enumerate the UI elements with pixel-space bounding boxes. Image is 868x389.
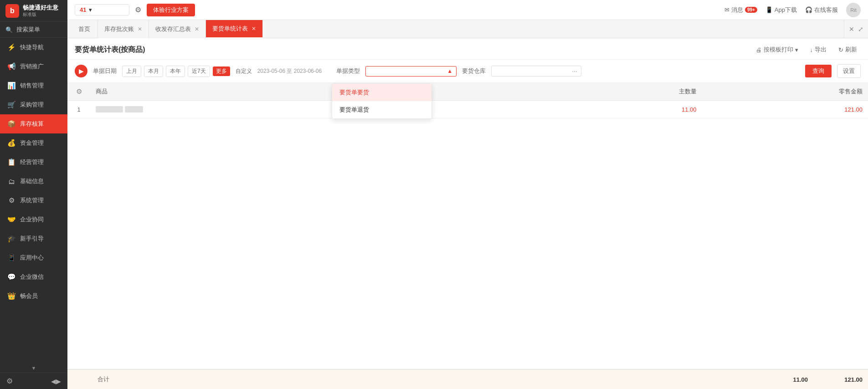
dropdown-item-1[interactable]: 要货单退货 — [332, 101, 431, 118]
enterprise-icon: 🤝 — [6, 215, 16, 225]
topbar-right: ✉ 消息 99+ 📱 App下载 🎧 在线客服 Rit — [724, 3, 861, 17]
guide-icon: 🎓 — [6, 234, 16, 244]
type-dropdown: 要货单要货 要货单退货 — [332, 83, 432, 119]
phone-icon: 📱 — [765, 6, 773, 13]
tab-close-all-icon[interactable]: ✕ — [849, 26, 854, 33]
sidebar-item-quick-nav[interactable]: ⚡ 快捷导航 — [0, 38, 67, 57]
print-button[interactable]: 🖨 按模板打印 ▾ — [752, 44, 802, 56]
footer-row: 合计 11.00 121.00 — [67, 370, 868, 389]
dropdown-item-0[interactable]: 要货单要货 — [332, 84, 431, 101]
operation-icon: 📋 — [6, 157, 16, 167]
filter-expand-button[interactable]: ▶ — [75, 65, 87, 77]
sidebar-item-enterprise[interactable]: 🤝 企业协同 — [0, 210, 67, 229]
tab-order-stats[interactable]: 要货单统计表 ✕ — [206, 20, 263, 38]
export-button[interactable]: ↓ 导出 — [806, 44, 831, 56]
query-button[interactable]: 查询 — [805, 65, 832, 77]
sidebar-nav: ⚡ 快捷导航 📢 营销推广 📊 销售管理 🛒 采购管理 📦 库存核算 💰 资金管… — [0, 38, 67, 363]
sidebar: b 畅捷通好生意 标准版 🔍 搜索菜单 ⚡ 快捷导航 📢 营销推广 📊 销售管理… — [0, 0, 67, 389]
quick-nav-icon: ⚡ — [6, 42, 16, 52]
this-month-btn[interactable]: 本月 — [144, 66, 163, 77]
sidebar-item-inventory[interactable]: 📦 库存核算 — [0, 114, 67, 133]
app-logo-icon: b — [5, 4, 19, 18]
sidebar-item-system[interactable]: ⚙ 系统管理 — [0, 191, 67, 210]
system-icon: ⚙ — [6, 195, 16, 205]
topbar: 41 ▾ ⚙ 体验行业方案 ✉ 消息 99+ 📱 App下载 🎧 在线客服 Ri… — [67, 0, 868, 20]
sidebar-bottom: ⚙ ◀▶ — [0, 373, 67, 389]
sales-icon: 📊 — [6, 81, 16, 91]
filter-bar: ▶ 单据日期 上月 本月 本年 近7天 更多 自定义 2023-05-06 至 … — [67, 60, 868, 83]
more-date-badge[interactable]: 更多 — [213, 67, 230, 76]
sidebar-item-sales[interactable]: 📊 销售管理 — [0, 76, 67, 95]
date-filter-label: 单据日期 — [93, 67, 117, 75]
warehouse-ellipsis-icon[interactable]: ··· — [572, 67, 577, 75]
warehouse-filter-field[interactable] — [495, 68, 572, 75]
messages-item[interactable]: ✉ 消息 99+ — [724, 6, 757, 14]
print-chevron-icon: ▾ — [795, 46, 798, 53]
type-filter-label: 单据类型 — [336, 67, 360, 75]
trial-button[interactable]: 体验行业方案 — [147, 4, 195, 16]
sidebar-item-finance[interactable]: 💰 资金管理 — [0, 133, 67, 153]
topbar-left: 41 ▾ ⚙ 体验行业方案 — [75, 4, 195, 16]
table-wrapper: ⚙ 商品 主计量单位 主数量 零售金额 1 — [67, 83, 868, 369]
user-avatar[interactable]: Rit — [846, 3, 861, 17]
sidebar-item-wechat[interactable]: 💬 企业微信 — [0, 267, 67, 287]
tab-expand-icon[interactable]: ⤢ — [858, 26, 863, 33]
sidebar-scroll-down[interactable]: ▼ — [0, 363, 67, 373]
cell-product — [90, 101, 370, 118]
tab-inventory-batch[interactable]: 库存批次账 ✕ — [98, 20, 149, 38]
cell-qty: 11.00 — [565, 101, 702, 118]
cell-amount: 121.00 — [702, 101, 868, 118]
sidebar-item-purchase[interactable]: 🛒 采购管理 — [0, 95, 67, 114]
type-filter-field[interactable] — [370, 68, 447, 75]
main-area: 41 ▾ ⚙ 体验行业方案 ✉ 消息 99+ 📱 App下载 🎧 在线客服 Ri… — [67, 0, 868, 389]
settings-icon[interactable]: ⚙ — [6, 377, 13, 385]
sidebar-item-apps[interactable]: 📱 应用中心 — [0, 248, 67, 267]
members-icon: 👑 — [6, 291, 16, 301]
page-header: 要货单统计表(按商品) 🖨 按模板打印 ▾ ↓ 导出 ↻ 刷新 — [67, 38, 868, 60]
purchase-icon: 🛒 — [6, 100, 16, 110]
sidebar-item-marketing[interactable]: 📢 营销推广 — [0, 57, 67, 76]
sidebar-item-basic[interactable]: 🗂 基础信息 — [0, 172, 67, 191]
tab-home[interactable]: 首页 — [71, 20, 98, 38]
type-filter-input[interactable]: ▲ — [365, 66, 457, 77]
table-header-row: ⚙ 商品 主计量单位 主数量 零售金额 — [67, 83, 868, 101]
basic-icon: 🗂 — [6, 176, 16, 186]
sidebar-search[interactable]: 🔍 搜索菜单 — [0, 22, 67, 38]
filter-date-buttons: 上月 本月 本年 近7天 更多 — [122, 66, 230, 77]
tab-close-receive-summary[interactable]: ✕ — [195, 26, 199, 32]
table-footer: 合计 11.00 121.00 — [67, 369, 868, 389]
collapse-icon[interactable]: ◀▶ — [51, 378, 61, 385]
export-icon: ↓ — [810, 46, 813, 53]
page-title: 要货单统计表(按商品) — [75, 45, 145, 55]
app-download-item[interactable]: 📱 App下载 — [765, 6, 797, 14]
tabs-bar-right: ✕ ⤢ — [844, 20, 868, 38]
store-selector[interactable]: 41 ▾ — [75, 4, 129, 15]
tab-close-inventory-batch[interactable]: ✕ — [138, 26, 142, 32]
footer-label: 合计 — [90, 370, 690, 389]
tab-close-order-stats[interactable]: ✕ — [252, 26, 256, 31]
col-qty: 主数量 — [565, 83, 702, 101]
inventory-icon: 📦 — [6, 119, 16, 129]
last-month-btn[interactable]: 上月 — [122, 66, 141, 77]
sidebar-item-guide[interactable]: 🎓 新手引导 — [0, 229, 67, 248]
print-icon: 🖨 — [756, 46, 762, 53]
page-header-actions: 🖨 按模板打印 ▾ ↓ 导出 ↻ 刷新 — [752, 44, 861, 56]
col-product: 商品 — [90, 83, 370, 101]
type-filter-chevron-up-icon[interactable]: ▲ — [447, 68, 452, 74]
this-year-btn[interactable]: 本年 — [166, 66, 185, 77]
tab-receive-summary[interactable]: 收发存汇总表 ✕ — [149, 20, 206, 38]
last-7-days-btn[interactable]: 近7天 — [188, 66, 210, 77]
online-service-item[interactable]: 🎧 在线客服 — [805, 6, 838, 14]
sidebar-item-members[interactable]: 👑 畅会员 — [0, 287, 67, 306]
topbar-gear-icon[interactable]: ⚙ — [135, 5, 141, 14]
footer-qty: 11.00 — [759, 370, 813, 389]
sidebar-item-operation[interactable]: 📋 经营管理 — [0, 153, 67, 172]
refresh-icon: ↻ — [838, 46, 843, 53]
custom-date-btn[interactable]: 自定义 — [236, 67, 252, 75]
refresh-button[interactable]: ↻ 刷新 — [835, 44, 861, 56]
content-area: 要货单统计表(按商品) 🖨 按模板打印 ▾ ↓ 导出 ↻ 刷新 — [67, 38, 868, 389]
column-settings-icon[interactable]: ⚙ — [76, 87, 82, 95]
warehouse-filter-input: ··· — [491, 66, 581, 77]
warehouse-filter-label: 要货仓库 — [462, 67, 486, 75]
filter-settings-button[interactable]: 设置 — [837, 64, 861, 78]
